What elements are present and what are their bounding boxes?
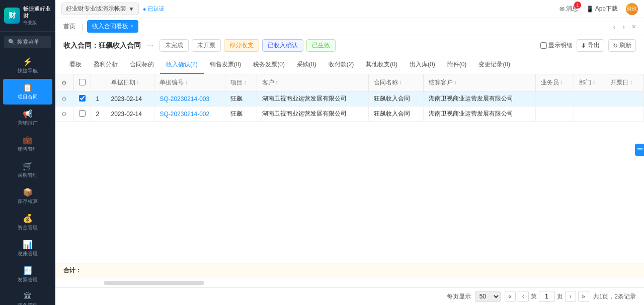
cell-check[interactable]	[73, 107, 91, 122]
horizontal-scrollbar[interactable]	[104, 281, 204, 285]
sort-icon-salesperson: ↕	[560, 79, 563, 86]
search-menu-button[interactable]: 🔍 搜索菜单	[4, 36, 51, 48]
sidebar-icon-8: 🧾	[23, 266, 33, 275]
page-number-input[interactable]	[539, 291, 555, 302]
cell-open_date	[605, 107, 644, 122]
refresh-button[interactable]: ↻ 刷新	[608, 39, 636, 52]
cell-project: 狂飙	[225, 91, 257, 107]
per-page-select[interactable]: 50 100 200	[475, 291, 501, 302]
inner-tab-9[interactable]: 出入库(0)	[404, 56, 441, 74]
tab-prev-button[interactable]: ‹	[611, 22, 617, 32]
status-btn-2[interactable]: 部分收支	[224, 39, 259, 52]
show-detail-checkbox[interactable]: 显示明细	[540, 41, 573, 50]
record-link[interactable]: SQ-20230214-002	[159, 111, 209, 118]
inner-tab-2[interactable]: 合同标的	[124, 56, 160, 74]
table-row[interactable]: ⚙22023-02-14SQ-20230214-002狂飙湖南卫视商业运营发展有…	[55, 107, 644, 122]
cell-customer: 湖南卫视商业运营发展有限公司	[257, 107, 368, 122]
cell-index: 2	[91, 107, 106, 122]
first-page-button[interactable]: «	[505, 291, 516, 302]
inner-tab-1[interactable]: 盈利分析	[88, 56, 124, 74]
select-all-checkbox[interactable]	[79, 79, 86, 85]
company-selector[interactable]: 好业财专业版演示帐套 ▼	[61, 3, 139, 15]
cell-number[interactable]: SQ-20230214-003	[154, 91, 225, 107]
gear-header-icon[interactable]: ⚙	[61, 79, 67, 86]
status-btn-0[interactable]: 未完成	[159, 39, 189, 52]
tab-home[interactable]: 首页	[61, 22, 77, 31]
status-btn-1[interactable]: 未开票	[192, 39, 221, 52]
inner-tab-5[interactable]: 税务发票(0)	[247, 56, 291, 74]
sidebar-item-6[interactable]: 💰资金管理	[3, 210, 52, 235]
col-header-salesperson[interactable]: 业务员↕	[535, 74, 574, 91]
sidebar-item-3[interactable]: 💼销售管理	[3, 131, 52, 157]
record-link[interactable]: SQ-20230214-003	[159, 95, 209, 103]
sidebar-icon-0: ⚡	[23, 57, 33, 66]
message-icon: ✉	[559, 6, 565, 13]
table-row[interactable]: ⚙12023-02-14SQ-20230214-003狂飙湖南卫视商业运营发展有…	[55, 91, 644, 107]
col-header-department[interactable]: 部门↕	[574, 74, 605, 91]
row-gear-icon[interactable]: ⚙	[61, 111, 67, 118]
active-tab[interactable]: 收入合同看板 ×	[87, 20, 138, 33]
sidebar-item-9[interactable]: 🏛税务管理	[3, 288, 52, 305]
status-btn-4[interactable]: 已生效	[306, 39, 336, 52]
inner-tab-3[interactable]: 收入确认(2)	[160, 56, 204, 74]
cell-check[interactable]	[73, 91, 91, 107]
cell-gear[interactable]: ⚙	[55, 107, 73, 122]
col-header-customer[interactable]: 客户↕	[257, 74, 368, 91]
cell-salesperson	[535, 91, 574, 107]
logo-area: 财 畅捷通好业财 专业版	[0, 0, 55, 32]
page-suffix: 页	[557, 292, 563, 301]
refresh-icon: ↻	[613, 42, 618, 49]
app-sub: 专业版	[23, 20, 51, 26]
user-avatar-area[interactable]: 珠珠	[626, 3, 638, 15]
row-gear-icon[interactable]: ⚙	[61, 95, 67, 103]
inner-tab-11[interactable]: 变更记录(0)	[472, 56, 516, 74]
inner-tab-6[interactable]: 采购(0)	[291, 56, 323, 74]
message-button[interactable]: ✉ 消息 1	[559, 5, 578, 13]
next-page-button[interactable]: ›	[565, 291, 576, 302]
inner-tab-8[interactable]: 其他收支(0)	[360, 56, 404, 74]
sidebar-item-2[interactable]: 📢营销推广	[3, 105, 52, 131]
inner-tab-7[interactable]: 收付款(2)	[323, 56, 360, 74]
sidebar-icon-1: 📋	[23, 83, 33, 92]
tab-close-all-button[interactable]: ×	[630, 22, 638, 32]
scrollbar-area	[55, 278, 644, 287]
export-button[interactable]: ⬇ 导出	[577, 39, 604, 52]
col-header-contract_name[interactable]: 合同名称↕	[368, 74, 423, 91]
col-header-date[interactable]: 单据日期↕	[106, 74, 154, 91]
col-header-open_date[interactable]: 开票日↕	[605, 74, 644, 91]
show-detail-input[interactable]	[540, 42, 547, 49]
status-btn-3[interactable]: 已收入确认	[262, 39, 303, 52]
sidebar-item-5[interactable]: 📦库存核算	[3, 183, 52, 209]
sidebar-label-9: 税务管理	[18, 302, 38, 305]
cell-number[interactable]: SQ-20230214-002	[154, 107, 225, 122]
inner-tab-4[interactable]: 销售发票(0)	[204, 56, 248, 74]
inner-tab-0[interactable]: 看板	[63, 56, 88, 74]
cell-gear[interactable]: ⚙	[55, 91, 73, 107]
col-header-result_customer[interactable]: 结算客户↕	[424, 74, 535, 91]
col-header-project[interactable]: 项目↕	[225, 74, 257, 91]
more-options-button[interactable]: ···	[147, 41, 153, 50]
sidebar-item-8[interactable]: 🧾发票管理	[3, 262, 52, 287]
sidebar-label-1: 项目合同	[18, 93, 38, 100]
col-header-check	[73, 74, 91, 91]
right-sidebar-toggle[interactable]: |||	[635, 144, 644, 156]
row-checkbox[interactable]	[79, 95, 86, 101]
col-header-number[interactable]: 单据编号↕	[154, 74, 225, 91]
app-download-button[interactable]: 📱 App下载	[586, 5, 618, 13]
tab-next-button[interactable]: ›	[620, 22, 627, 32]
last-page-button[interactable]: »	[578, 291, 589, 302]
close-tab-button[interactable]: ×	[130, 24, 133, 29]
prev-page-button[interactable]: ‹	[518, 291, 529, 302]
sidebar-item-0[interactable]: ⚡快捷导航	[3, 53, 52, 78]
cell-customer: 湖南卫视商业运营发展有限公司	[257, 91, 368, 107]
sidebar-label-3: 销售管理	[18, 146, 38, 153]
sidebar-item-4[interactable]: 🛒采购管理	[3, 157, 52, 183]
sort-icon-project: ↕	[244, 79, 247, 86]
sort-icon-number: ↕	[185, 79, 188, 86]
table-body: ⚙12023-02-14SQ-20230214-003狂飙湖南卫视商业运营发展有…	[55, 91, 644, 122]
sidebar-item-1[interactable]: 📋项目合同	[3, 79, 52, 105]
sidebar-item-7[interactable]: 📊总账管理	[3, 236, 52, 261]
row-checkbox[interactable]	[79, 110, 86, 117]
inner-tab-10[interactable]: 附件(0)	[441, 56, 473, 74]
page-nav: « ‹ 第 页 › »	[505, 291, 589, 302]
